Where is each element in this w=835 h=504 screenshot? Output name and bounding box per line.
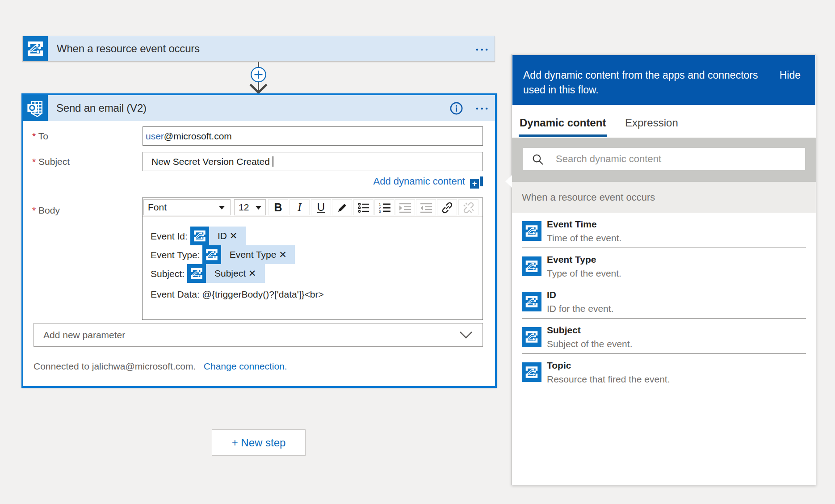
svg-text:3: 3 [379, 210, 381, 213]
